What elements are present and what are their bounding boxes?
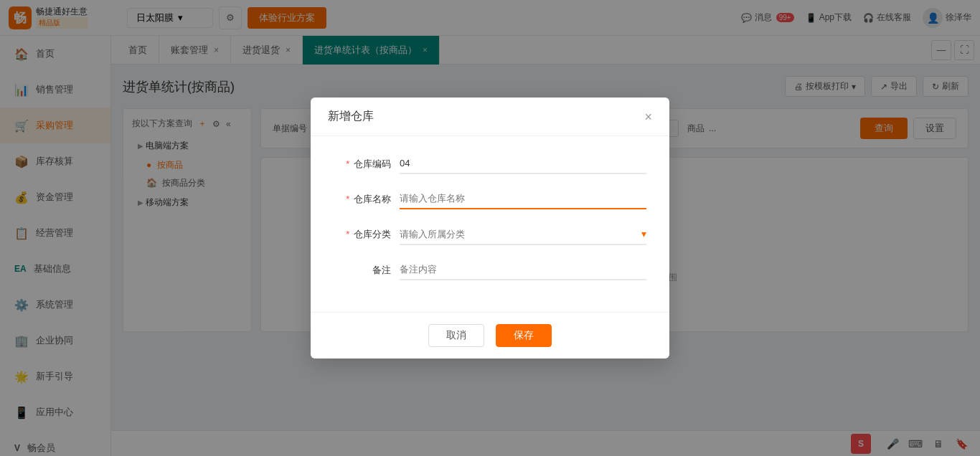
- modal-footer: 取消 保存: [311, 312, 669, 358]
- form-row-name: * 仓库名称: [334, 189, 646, 209]
- modal-close-button[interactable]: ×: [644, 110, 652, 123]
- form-row-code: * 仓库编码: [334, 153, 646, 174]
- save-button[interactable]: 保存: [496, 324, 552, 347]
- category-select-input[interactable]: [400, 229, 641, 239]
- modal-header: 新增仓库 ×: [311, 98, 669, 136]
- category-label: * 仓库分类: [334, 228, 391, 241]
- modal-body: * 仓库编码 * 仓库名称 * 仓库分类: [311, 136, 669, 312]
- modal-overlay: 新增仓库 × * 仓库编码 * 仓库名称: [0, 0, 980, 456]
- name-label: * 仓库名称: [334, 193, 391, 206]
- form-row-remark: 备注: [334, 260, 646, 280]
- category-label-text: 仓库分类: [354, 229, 391, 239]
- form-row-category: * 仓库分类 ▾: [334, 224, 646, 245]
- modal-title: 新增仓库: [328, 109, 374, 124]
- new-warehouse-modal: 新增仓库 × * 仓库编码 * 仓库名称: [311, 98, 669, 358]
- cancel-button[interactable]: 取消: [428, 324, 484, 347]
- remark-input[interactable]: [400, 260, 646, 280]
- remark-label: 备注: [334, 264, 391, 277]
- category-required-mark: *: [346, 229, 349, 239]
- name-required-mark: *: [346, 194, 349, 204]
- code-label-text: 仓库编码: [354, 158, 391, 169]
- category-dropdown-icon: ▾: [641, 228, 646, 239]
- remark-label-text: 备注: [372, 265, 391, 275]
- code-input[interactable]: [400, 153, 646, 174]
- name-input[interactable]: [400, 189, 646, 209]
- code-label: * 仓库编码: [334, 158, 391, 171]
- code-required-mark: *: [346, 158, 349, 169]
- name-label-text: 仓库名称: [354, 194, 391, 204]
- category-select-wrapper[interactable]: ▾: [400, 224, 646, 245]
